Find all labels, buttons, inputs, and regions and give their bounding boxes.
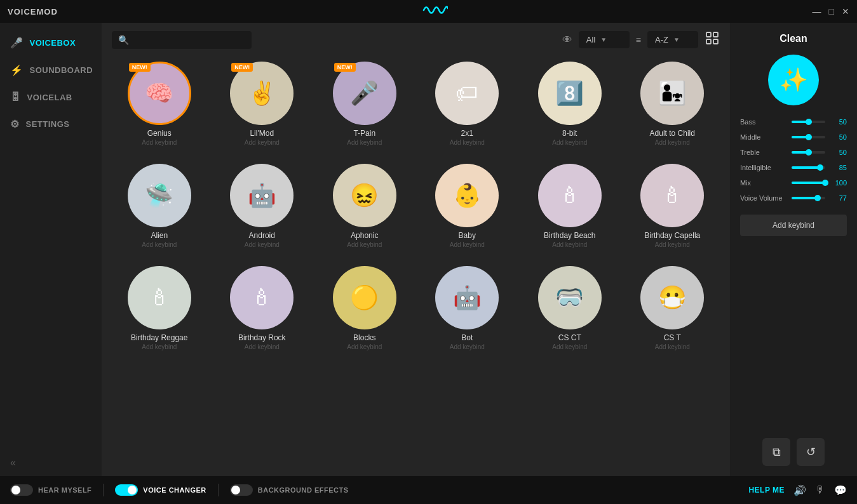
maximize-btn[interactable]: □ [829, 6, 834, 17]
panel-add-keybind-btn[interactable]: Add keybind [740, 215, 847, 236]
voice-keybind-tpain[interactable]: Add keybind [347, 139, 382, 146]
slider-row-voice-volume: Voice Volume77 [740, 194, 847, 202]
voice-card-csct[interactable]: 🥽CS CTAdd keybind [522, 261, 617, 355]
slider-row-middle: Middle50 [740, 133, 847, 141]
copy-btn[interactable]: ⧉ [762, 438, 790, 466]
slider-track[interactable] [792, 136, 825, 138]
voice-card-adulttochild[interactable]: 👨‍👧Adult to ChildAdd keybind [625, 56, 720, 151]
voice-card-bot[interactable]: 🤖BotAdd keybind [420, 261, 515, 355]
voice-card-genius[interactable]: 🧠NEW!GeniusAdd keybind [112, 56, 207, 151]
slider-track[interactable] [792, 121, 825, 123]
voice-card-birthdayrock[interactable]: 🕯Birthday RockAdd keybind [215, 261, 310, 355]
voice-avatar-baby: 👶 [435, 164, 499, 227]
sort-icon: ≡ [636, 35, 641, 45]
sort-dropdown[interactable]: A-Z ▼ [647, 31, 698, 48]
bottom-icons: 🔊 🎙 💬 [793, 484, 847, 496]
voice-avatar-alien: 🛸 [128, 164, 191, 227]
voice-keybind-bot[interactable]: Add keybind [450, 343, 485, 350]
slider-thumb [806, 134, 812, 140]
voice-card-alien[interactable]: 🛸AlienAdd keybind [112, 159, 207, 253]
voice-keybind-csct[interactable]: Add keybind [552, 343, 587, 350]
voice-card-birthdaycapella[interactable]: 🕯Birthday CapellaAdd keybind [625, 159, 720, 253]
voice-card-birthdayreggae[interactable]: 🕯Birthday ReggaeAdd keybind [112, 261, 207, 355]
slider-thumb [806, 119, 812, 125]
slider-label: Voice Volume [740, 194, 788, 202]
voice-name-bot: Bot [461, 333, 473, 342]
voice-avatar-aphonic: 😖 [333, 164, 396, 227]
voice-card-blocks[interactable]: 🟡BlocksAdd keybind [317, 261, 412, 355]
voice-name-aphonic: Aphonic [351, 231, 378, 240]
sidebar-item-soundboard[interactable]: ⚡ SOUNDBOARD [0, 56, 102, 84]
slider-thumb [817, 164, 823, 171]
voice-card-birthdaybeach[interactable]: 🕯Birthday BeachAdd keybind [522, 159, 617, 253]
voice-avatar-2x1: 🏷 [435, 62, 499, 125]
voice-name-birthdaybeach: Birthday Beach [544, 231, 595, 240]
voice-name-8bit: 8-bit [562, 129, 577, 138]
svg-rect-2 [706, 39, 711, 44]
voice-card-baby[interactable]: 👶BabyAdd keybind [420, 159, 515, 253]
mic-icon[interactable]: 🎙 [815, 484, 825, 496]
slider-track[interactable] [792, 151, 825, 154]
voice-keybind-birthdaybeach[interactable]: Add keybind [552, 241, 587, 248]
bottombar: HEAR MYSELF VOICE CHANGER BACKGROUND EFF… [0, 476, 857, 504]
sidebar-item-voicebox[interactable]: 🎤 VOICEBOX [0, 29, 102, 56]
voice-card-lilmod[interactable]: ✌NEW!Lil'ModAdd keybind [215, 56, 310, 151]
soundboard-icon: ⚡ [10, 64, 24, 76]
slider-label: Intelligible [740, 164, 788, 171]
voice-grid: 🧠NEW!GeniusAdd keybind✌NEW!Lil'ModAdd ke… [112, 56, 720, 355]
sort-label: A-Z [655, 35, 668, 44]
sidebar-collapse-btn[interactable]: « [0, 449, 102, 476]
chat-icon[interactable]: 💬 [834, 484, 847, 496]
voice-card-android[interactable]: 🤖AndroidAdd keybind [215, 159, 310, 253]
minimize-btn[interactable]: — [813, 6, 821, 17]
voice-keybind-birthdayrock[interactable]: Add keybind [245, 343, 280, 350]
svg-rect-0 [706, 32, 711, 37]
slider-track[interactable] [792, 197, 825, 199]
voice-card-8bit[interactable]: 8️⃣8-bitAdd keybind [522, 56, 617, 151]
bg-effects-toggle[interactable] [230, 484, 253, 496]
voice-name-2x1: 2x1 [461, 129, 473, 138]
slider-row-intelligible: Intelligible85 [740, 164, 847, 171]
voice-keybind-cst[interactable]: Add keybind [655, 343, 690, 350]
voice-keybind-baby[interactable]: Add keybind [450, 241, 485, 248]
window-controls: — □ ✕ [813, 6, 849, 17]
voice-card-2x1[interactable]: 🏷2x1Add keybind [420, 56, 515, 151]
bg-effects-toggle-wrap: BACKGROUND EFFECTS [230, 484, 349, 496]
voice-keybind-8bit[interactable]: Add keybind [552, 139, 587, 146]
divider-1 [103, 484, 104, 496]
filter-dropdown[interactable]: All ▼ [579, 31, 630, 48]
hear-myself-toggle[interactable] [10, 484, 33, 496]
voice-avatar-adulttochild: 👨‍👧 [640, 62, 704, 125]
sidebar-item-settings[interactable]: ⚙ SETTINGS [0, 110, 102, 138]
voice-keybind-blocks[interactable]: Add keybind [347, 343, 382, 350]
voice-keybind-birthdaycapella[interactable]: Add keybind [655, 241, 690, 248]
voice-keybind-alien[interactable]: Add keybind [142, 241, 177, 248]
search-input[interactable] [134, 35, 245, 44]
voice-changer-toggle[interactable] [115, 484, 138, 496]
voice-name-tpain: T-Pain [353, 129, 375, 138]
voice-keybind-android[interactable]: Add keybind [245, 241, 280, 248]
voice-keybind-adulttochild[interactable]: Add keybind [655, 139, 690, 146]
close-btn[interactable]: ✕ [842, 6, 849, 17]
voice-keybind-2x1[interactable]: Add keybind [450, 139, 485, 146]
voice-keybind-genius[interactable]: Add keybind [142, 139, 177, 146]
volume-icon[interactable]: 🔊 [793, 484, 806, 496]
sidebar-item-voicelab[interactable]: 🎛 VOICELAB [0, 84, 102, 110]
voice-card-cst[interactable]: 😷CS TAdd keybind [625, 261, 720, 355]
voice-keybind-birthdayreggae[interactable]: Add keybind [142, 343, 177, 350]
voice-card-aphonic[interactable]: 😖AphonicAdd keybind [317, 159, 412, 253]
voice-keybind-aphonic[interactable]: Add keybind [347, 241, 382, 248]
slider-track[interactable] [792, 182, 825, 184]
puzzle-icon[interactable] [705, 30, 720, 49]
visibility-toggle-btn[interactable]: 👁 [562, 34, 572, 46]
titlebar: VOICEMOD — □ ✕ [0, 0, 857, 23]
voice-name-birthdayreggae: Birthday Reggae [131, 333, 187, 342]
slider-track[interactable] [792, 166, 825, 169]
slider-fill [792, 197, 818, 199]
voice-avatar-android: 🤖 [230, 164, 294, 227]
reset-btn[interactable]: ↺ [797, 438, 825, 466]
app-logo [422, 3, 448, 20]
voice-keybind-lilmod[interactable]: Add keybind [245, 139, 280, 146]
voice-card-tpain[interactable]: 🎤NEW!T-PainAdd keybind [317, 56, 412, 151]
help-btn[interactable]: HELP ME [748, 486, 785, 494]
